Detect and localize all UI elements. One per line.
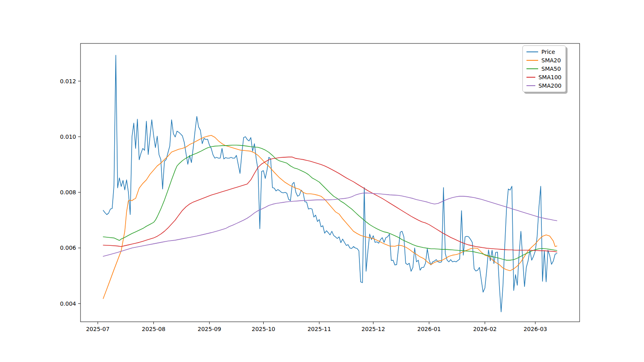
legend-item-price: Price — [526, 49, 561, 55]
y-tick-label-4: 0.012 — [60, 78, 76, 84]
x-tick-label-5: 2025-12 — [361, 326, 385, 332]
legend-item-sma200: SMA200 — [526, 82, 561, 89]
series-line-sma100 — [103, 157, 557, 252]
legend-label-price: Price — [541, 49, 555, 55]
legend: PriceSMA20SMA50SMA100SMA200 — [522, 45, 566, 92]
legend-label-sma200: SMA200 — [539, 82, 561, 89]
figure: 2025-072025-082025-092025-102025-112025-… — [0, 0, 644, 362]
legend-item-sma100: SMA100 — [526, 74, 561, 80]
legend-line-swatch-sma20 — [526, 60, 538, 61]
legend-line-swatch-price — [526, 51, 538, 52]
y-tick-label-3: 0.010 — [60, 134, 76, 140]
legend-item-sma20: SMA20 — [526, 57, 561, 64]
x-tick-label-4: 2025-11 — [308, 326, 331, 332]
legend-label-sma20: SMA20 — [541, 57, 561, 64]
x-tick-label-0: 2025-07 — [86, 326, 110, 332]
legend-line-swatch-sma200 — [526, 85, 535, 86]
legend-item-sma50: SMA50 — [526, 66, 561, 72]
series-line-price — [103, 55, 557, 312]
series-line-sma50 — [103, 145, 557, 260]
series-line-sma20 — [103, 136, 557, 299]
legend-line-swatch-sma100 — [526, 77, 535, 78]
x-tick-label-7: 2026-02 — [473, 326, 497, 332]
legend-label-sma50: SMA50 — [541, 66, 561, 72]
legend-label-sma100: SMA100 — [539, 74, 561, 80]
y-tick-label-2: 0.008 — [60, 189, 76, 195]
y-tick-label-1: 0.006 — [60, 245, 76, 251]
x-tick-label-8: 2026-03 — [524, 326, 547, 332]
y-tick-label-0: 0.004 — [60, 300, 76, 307]
plot-border — [80, 43, 580, 322]
x-tick-label-1: 2025-08 — [142, 326, 165, 332]
x-tick-label-3: 2025-10 — [252, 326, 275, 332]
legend-line-swatch-sma50 — [526, 68, 538, 69]
x-tick-label-6: 2026-01 — [417, 326, 441, 332]
x-tick-label-2: 2025-09 — [198, 326, 221, 332]
